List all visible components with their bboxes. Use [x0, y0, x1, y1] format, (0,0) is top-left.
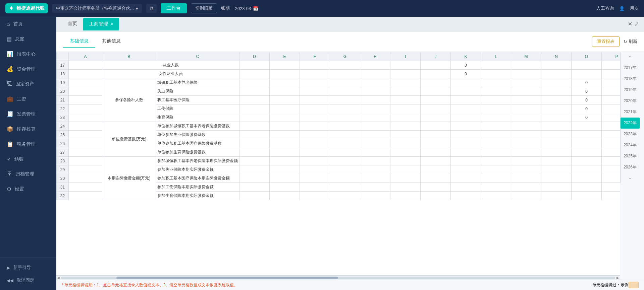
year-item-2019[interactable]: 2019年 [621, 84, 640, 95]
sub-tab-basic[interactable]: 基础信息 [63, 35, 95, 48]
scroll-left-icon[interactable]: ◀ [57, 276, 60, 280]
sidebar-label-archive: 归档管理 [15, 171, 34, 177]
cell-18-p[interactable] [602, 70, 620, 78]
vertical-scrollbar[interactable] [620, 108, 625, 266]
workbench-button[interactable]: 工作台 [161, 3, 187, 13]
cell-17-n[interactable] [541, 61, 572, 70]
sidebar-item-settings[interactable]: ⚙ 设置 [0, 182, 56, 197]
cell-28-b[interactable]: 本期实际缴费金额(万元) [102, 157, 156, 200]
cell-21-c[interactable]: 职工基本医疗保险 [156, 96, 239, 104]
maximize-icon[interactable]: ⤢ [634, 21, 639, 27]
cell-32-c[interactable]: 参加生育保险本期实际缴费金额 [156, 192, 239, 200]
cell-18-n[interactable] [541, 70, 572, 78]
tab-close-icon[interactable]: × [111, 22, 113, 26]
sidebar-item-ledger[interactable]: ▤ 总账 [0, 31, 56, 47]
cell-17-g[interactable] [330, 61, 360, 70]
sidebar-item-settle[interactable]: ✓ 结账 [0, 152, 56, 167]
sidebar-item-invoice[interactable]: 🧾 发票管理 [0, 106, 56, 122]
cell-20-c[interactable]: 失业保险 [156, 87, 239, 96]
copy-button[interactable]: ⧉ [146, 4, 157, 13]
window-controls: ✕ ⤢ [628, 21, 639, 27]
cell-28-c[interactable]: 参加城镇职工基本养老保险本期实际缴费金额 [156, 157, 239, 165]
cell-18-g[interactable] [330, 70, 360, 78]
sub-tab-other[interactable]: 其他信息 [95, 35, 127, 48]
sidebar-item-asset[interactable]: 🏗 固定资产 [0, 77, 56, 91]
reset-report-button[interactable]: 重置报表 [592, 36, 620, 47]
cell-17-o[interactable] [572, 61, 602, 70]
scroll-down-icon[interactable]: ⌄ [627, 173, 634, 182]
tab-home[interactable]: 首页 [62, 17, 83, 31]
refresh-button[interactable]: ↻ 刷新 [624, 39, 637, 45]
cell-19-c[interactable]: 城镇职工基本养老保险 [156, 78, 239, 87]
sidebar-item-salary[interactable]: 💼 工资 [0, 91, 56, 106]
sidebar-item-inventory[interactable]: 📦 库存核算 [0, 122, 56, 137]
cell-18-a[interactable] [69, 70, 102, 78]
cell-18-k[interactable]: 0 [451, 70, 481, 78]
cell-18-e[interactable] [270, 70, 300, 78]
switch-version-button[interactable]: 切到旧版 [191, 3, 217, 13]
sidebar-item-guide[interactable]: ▶ 新手引导 [0, 261, 56, 274]
cell-18-i[interactable] [390, 70, 421, 78]
cell-18-f[interactable] [300, 70, 330, 78]
cell-18-b[interactable]: 女性从业人员 [102, 70, 239, 78]
ai-consult-button[interactable]: 人工咨询 [596, 5, 614, 11]
sidebar-item-unpin[interactable]: ◀◀ 取消固定 [0, 274, 56, 287]
cell-25-c[interactable]: 单位参加失业保险缴费基数 [156, 131, 239, 139]
cell-20-o[interactable]: 0 [572, 87, 602, 96]
cell-17-a[interactable] [69, 61, 102, 70]
year-item-2018[interactable]: 2018年 [621, 73, 640, 84]
cell-27-c[interactable]: 单位参加生育保险缴费基数 [156, 148, 239, 157]
spreadsheet-main[interactable]: A B C D E F G H I J [56, 52, 620, 275]
cell-18-l[interactable] [481, 70, 511, 78]
scroll-track[interactable] [61, 277, 615, 279]
calendar-icon[interactable]: 📅 [253, 6, 258, 11]
cell-17-m[interactable] [511, 61, 541, 70]
cell-24-c[interactable]: 单位参加城镇职工基本养老保险缴费基数 [156, 122, 239, 131]
cell-30-c[interactable]: 参加职工基本医疗保险本期实际缴费金额 [156, 174, 239, 183]
cell-17-d[interactable] [239, 61, 270, 70]
cell-17-h[interactable] [360, 61, 390, 70]
cell-22-o[interactable]: 0 [572, 104, 602, 113]
cell-24-b[interactable]: 单位缴费基数(万元) [102, 122, 156, 157]
cell-17-b[interactable]: 从业人数 [102, 61, 239, 70]
cell-29-c[interactable]: 参加失业保险本期实际缴费金额 [156, 165, 239, 174]
company-selector[interactable]: 中审众环会计师事务所（特殊普通合伙... ▾ [52, 4, 142, 13]
sidebar-item-report[interactable]: 📊 报表中心 [0, 47, 56, 62]
cell-18-o[interactable] [572, 70, 602, 78]
cell-23-o[interactable]: 0 [572, 113, 602, 122]
cell-18-d[interactable] [239, 70, 270, 78]
cell-18-m[interactable] [511, 70, 541, 78]
cell-23-c[interactable]: 生育保险 [156, 113, 239, 122]
sidebar-item-home[interactable]: ⌂ 首页 [0, 17, 56, 31]
cell-18-j[interactable] [421, 70, 451, 78]
sidebar-item-capital[interactable]: 💰 资金管理 [0, 62, 56, 77]
cell-17-f[interactable] [300, 61, 330, 70]
horizontal-scrollbar[interactable]: ◀ ▶ [56, 275, 620, 280]
cell-22-c[interactable]: 工伤保险 [156, 104, 239, 113]
topbar-right: 人工咨询 👤 用友 [596, 5, 639, 11]
cell-17-k[interactable]: 0 [451, 61, 481, 70]
cell-17-l[interactable] [481, 61, 511, 70]
cell-17-e[interactable] [270, 61, 300, 70]
cell-17-p[interactable] [602, 61, 620, 70]
cell-17-i[interactable] [390, 61, 421, 70]
cell-19-a[interactable] [69, 78, 102, 87]
cell-19-b[interactable]: 参保各险种人数 [102, 78, 156, 122]
scroll-right-icon[interactable]: ▶ [616, 276, 619, 280]
scroll-thumb[interactable] [116, 277, 338, 279]
cell-18-h[interactable] [360, 70, 390, 78]
cell-26-c[interactable]: 单位参加职工基本医疗保险缴费基数 [156, 139, 239, 148]
sidebar-item-tax[interactable]: 📋 税务管理 [0, 137, 56, 152]
close-window-icon[interactable]: ✕ [628, 21, 632, 27]
year-item-2020[interactable]: 2020年 [621, 95, 640, 106]
cell-31-c[interactable]: 参加工伤保险本期实际缴费金额 [156, 183, 239, 192]
cell-21-o[interactable]: 0 [572, 96, 602, 104]
cell-17-j[interactable] [421, 61, 451, 70]
tab-bizmanage[interactable]: 工商管理 × [83, 18, 119, 30]
cell-19-o[interactable]: 0 [572, 78, 602, 87]
sidebar-item-archive[interactable]: 🗄 归档管理 [0, 167, 56, 182]
year-item-2017[interactable]: 2017年 [621, 62, 640, 73]
row-number: 18 [57, 70, 69, 78]
asset-icon: 🏗 [7, 81, 12, 87]
scroll-up-icon[interactable]: ⌃ [627, 53, 634, 62]
